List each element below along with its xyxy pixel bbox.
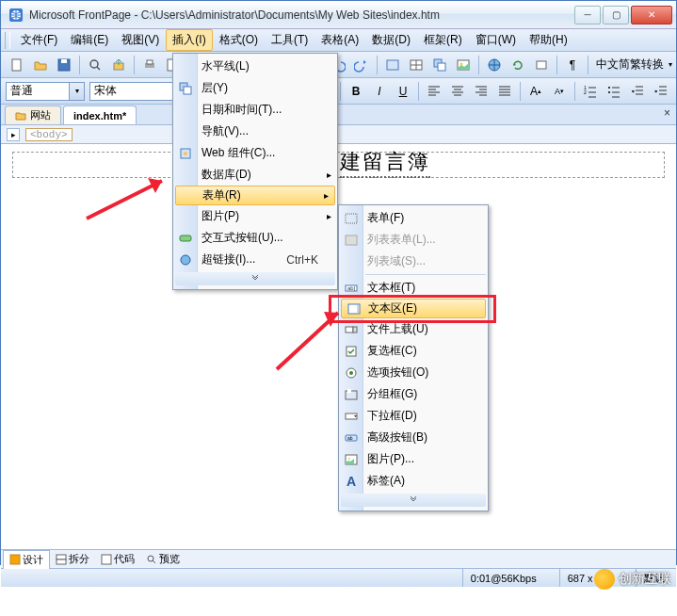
svg-text:ab|: ab| bbox=[347, 285, 356, 291]
dropdown-icon bbox=[343, 408, 360, 425]
menu-insert[interactable]: 插入(I) bbox=[166, 29, 212, 51]
fm-form[interactable]: 表单(F) bbox=[339, 207, 488, 229]
redo-button[interactable] bbox=[350, 55, 373, 75]
outdent-button[interactable] bbox=[626, 81, 649, 102]
body-tag[interactable]: <body> bbox=[25, 128, 73, 141]
fm-picture[interactable]: 图片(P)... bbox=[339, 448, 488, 470]
fm-checkbox[interactable]: 复选框(C) bbox=[339, 340, 488, 362]
indent-button[interactable] bbox=[650, 81, 672, 102]
fm-fileupload[interactable]: 文件上载(U) bbox=[339, 318, 488, 340]
maximize-button[interactable]: ▢ bbox=[603, 6, 629, 24]
stop-button[interactable] bbox=[530, 55, 553, 75]
svg-point-5 bbox=[90, 60, 98, 68]
button-icon bbox=[177, 230, 194, 247]
view-preview[interactable]: 预览 bbox=[140, 550, 185, 568]
svg-rect-33 bbox=[346, 235, 357, 245]
tab-close-button[interactable]: × bbox=[664, 106, 670, 120]
menu-file[interactable]: 文件(F) bbox=[14, 29, 64, 51]
italic-button[interactable]: I bbox=[368, 81, 391, 102]
fm-radio[interactable]: 选项按钮(O) bbox=[339, 362, 488, 383]
mi-hr[interactable]: 水平线(L) bbox=[173, 56, 337, 77]
svg-point-42 bbox=[349, 371, 353, 375]
mi-database[interactable]: 数据库(D)▸ bbox=[173, 164, 337, 186]
menu-expand[interactable] bbox=[175, 272, 335, 285]
cn-convert-label[interactable]: 中文简繁转换 bbox=[592, 57, 668, 73]
mi-interactive-btn[interactable]: 交互式按钮(U)... bbox=[173, 227, 337, 249]
upload-icon bbox=[343, 321, 360, 338]
mi-form[interactable]: 表单(R)▸ bbox=[175, 186, 335, 205]
align-center-button[interactable] bbox=[446, 81, 469, 102]
fm-listfield: 列表域(S)... bbox=[339, 251, 488, 272]
page-heading: 建留言簿 bbox=[340, 148, 430, 178]
numbered-list-button[interactable]: 12 bbox=[579, 81, 602, 102]
view-code[interactable]: 代码 bbox=[95, 550, 140, 568]
menu-window[interactable]: 窗口(W) bbox=[469, 29, 523, 51]
open-button[interactable] bbox=[29, 55, 52, 75]
submenu-expand[interactable] bbox=[341, 494, 486, 507]
label-icon: A bbox=[343, 473, 360, 490]
folder-icon bbox=[15, 110, 26, 122]
minimize-button[interactable]: ─ bbox=[574, 6, 601, 24]
svg-point-49 bbox=[348, 458, 350, 460]
underline-button[interactable]: U bbox=[392, 81, 414, 102]
align-left-button[interactable] bbox=[423, 81, 445, 102]
publish-button[interactable] bbox=[107, 55, 130, 75]
mi-layer[interactable]: 层(Y) bbox=[173, 77, 337, 99]
fm-textarea[interactable]: 文本区(E) bbox=[341, 299, 486, 318]
bold-button[interactable]: B bbox=[345, 81, 367, 102]
refresh-button[interactable] bbox=[507, 55, 529, 75]
breadcrumb-menu-button[interactable]: ▸ bbox=[7, 128, 20, 141]
svg-rect-44 bbox=[347, 389, 351, 393]
svg-line-59 bbox=[153, 560, 155, 563]
close-button[interactable]: ✕ bbox=[631, 6, 672, 24]
tab-index[interactable]: index.htm* bbox=[63, 105, 137, 124]
style-select[interactable]: 普通▾ bbox=[6, 82, 85, 101]
menu-view[interactable]: 视图(V) bbox=[115, 29, 166, 51]
table-button[interactable] bbox=[405, 55, 427, 75]
insert-menu-dropdown: 水平线(L) 层(Y) 日期和时间(T)... 导航(V)... Web 组件(… bbox=[172, 53, 338, 290]
view-design[interactable]: 设计 bbox=[3, 550, 50, 569]
picture2-button[interactable] bbox=[452, 55, 475, 75]
menu-tools[interactable]: 工具(T) bbox=[265, 29, 314, 51]
search-button[interactable] bbox=[84, 55, 106, 75]
mi-hyperlink[interactable]: 超链接(I)...Ctrl+K bbox=[173, 249, 337, 270]
fm-textbox[interactable]: ab|文本框(T) bbox=[339, 277, 488, 299]
menu-help[interactable]: 帮助(H) bbox=[523, 29, 574, 51]
hyperlink-button[interactable] bbox=[483, 55, 506, 75]
app-icon bbox=[8, 8, 24, 23]
menu-data[interactable]: 数据(D) bbox=[365, 29, 417, 51]
fm-dropdown[interactable]: 下拉框(D) bbox=[339, 405, 488, 427]
mi-webcomp[interactable]: Web 组件(C)... bbox=[173, 142, 337, 164]
print-button[interactable] bbox=[138, 55, 161, 75]
menu-edit[interactable]: 编辑(E) bbox=[64, 29, 115, 51]
window-buttons: ─ ▢ ✕ bbox=[572, 6, 672, 24]
groupbox-icon bbox=[343, 386, 360, 403]
mi-nav[interactable]: 导航(V)... bbox=[173, 121, 337, 142]
increase-font-button[interactable]: A▴ bbox=[524, 81, 547, 102]
mi-picture[interactable]: 图片(P)▸ bbox=[173, 205, 337, 227]
fm-groupbox[interactable]: 分组框(G) bbox=[339, 383, 488, 405]
menubar-handle[interactable] bbox=[5, 32, 10, 49]
tab-website[interactable]: 网站 bbox=[5, 105, 61, 124]
code-icon bbox=[101, 554, 112, 565]
webcomponent-button[interactable] bbox=[381, 55, 404, 75]
save-button[interactable] bbox=[53, 55, 75, 75]
link-icon bbox=[177, 251, 194, 268]
menu-frame[interactable]: 框架(R) bbox=[417, 29, 469, 51]
layer-button[interactable] bbox=[428, 55, 451, 75]
align-right-button[interactable] bbox=[470, 81, 492, 102]
new-button[interactable] bbox=[6, 55, 28, 75]
showall-button[interactable]: ¶ bbox=[561, 55, 584, 75]
decrease-font-button[interactable]: A▾ bbox=[548, 81, 571, 102]
advbutton-icon: ab bbox=[343, 430, 360, 446]
table-outline bbox=[12, 152, 665, 178]
bullet-list-button[interactable] bbox=[603, 81, 625, 102]
view-split[interactable]: 拆分 bbox=[50, 550, 95, 568]
menu-table[interactable]: 表格(A) bbox=[314, 29, 365, 51]
mi-datetime[interactable]: 日期和时间(T)... bbox=[173, 99, 337, 121]
fm-advbutton[interactable]: ab高级按钮(B) bbox=[339, 427, 488, 448]
fm-label[interactable]: A标签(A) bbox=[339, 470, 488, 492]
align-justify-button[interactable] bbox=[493, 81, 516, 102]
menu-format[interactable]: 格式(O) bbox=[213, 29, 265, 51]
listform-icon bbox=[343, 232, 360, 249]
